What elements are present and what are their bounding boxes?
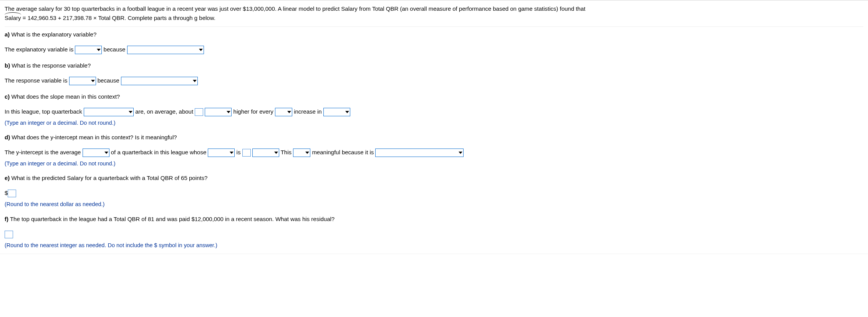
chevron-down-icon <box>305 152 309 154</box>
part-b-text: What is the response variable? <box>10 62 91 69</box>
part-d-instruction: (Type an integer or a decimal. Do not ro… <box>5 159 863 168</box>
part-d: d) What does the y-intercept mean in thi… <box>5 133 863 168</box>
part-a-label: a) <box>5 31 10 38</box>
problem-statement: The average salary for 30 top quarterbac… <box>5 4 863 27</box>
part-d-dropdown-3[interactable] <box>252 149 279 157</box>
part-d-dropdown-5[interactable] <box>375 149 464 157</box>
part-e: e) What is the predicted Salary for a qu… <box>5 173 863 209</box>
part-b-dropdown-1[interactable] <box>69 77 96 85</box>
part-a: a) What is the explanatory variable? The… <box>5 30 863 56</box>
part-b-label: b) <box>5 62 10 69</box>
part-f-instruction: (Round to the nearest integer as needed.… <box>5 241 863 250</box>
problem-text-1: The average salary for 30 top quarterbac… <box>5 5 585 12</box>
part-e-answer: $ <box>5 187 863 199</box>
salary-hat: Salary <box>5 13 21 23</box>
chevron-down-icon <box>345 111 349 113</box>
part-a-because: because <box>104 46 127 53</box>
part-c-mid1: are, on average, about <box>135 108 195 115</box>
part-c: c) What does the slope mean in this cont… <box>5 92 863 127</box>
part-c-input[interactable] <box>195 108 203 116</box>
chevron-down-icon <box>129 111 133 113</box>
part-c-dropdown-2[interactable] <box>205 108 232 116</box>
part-f: f) The top quarterback in the league had… <box>5 215 863 250</box>
part-d-question: d) What does the y-intercept mean in thi… <box>5 133 863 142</box>
part-a-prefix: The explanatory variable is <box>5 46 75 53</box>
chevron-down-icon <box>104 152 108 154</box>
part-d-dropdown-4[interactable] <box>293 149 310 157</box>
chevron-down-icon <box>199 49 203 51</box>
part-e-input[interactable] <box>8 190 16 197</box>
part-c-label: c) <box>5 93 10 100</box>
part-e-instruction: (Round to the nearest dollar as needed.) <box>5 200 863 209</box>
part-d-mid1: of a quarterback in this league whose <box>111 149 208 155</box>
chevron-down-icon <box>227 111 230 113</box>
part-a-dropdown-2[interactable] <box>127 46 204 54</box>
part-c-question: c) What does the slope mean in this cont… <box>5 92 863 101</box>
dollar-sign: $ <box>5 190 8 196</box>
part-d-prefix: The y-intercept is the average <box>5 149 83 155</box>
part-c-prefix: In this league, top quarterback <box>5 108 84 115</box>
part-d-dropdown-1[interactable] <box>83 149 109 157</box>
part-b-question: b) What is the response variable? <box>5 61 863 70</box>
part-a-dropdown-1[interactable] <box>75 46 102 54</box>
part-d-mid3: This <box>281 149 293 155</box>
part-c-text: What does the slope mean in this context… <box>10 93 120 100</box>
part-a-text: What is the explanatory variable? <box>10 31 96 38</box>
part-b-answer: The response variable is because <box>5 74 863 87</box>
part-c-dropdown-1[interactable] <box>84 108 134 116</box>
part-b-prefix: The response variable is <box>5 77 69 84</box>
part-b: b) What is the response variable? The re… <box>5 61 863 87</box>
part-f-question: f) The top quarterback in the league had… <box>5 215 863 224</box>
chevron-down-icon <box>230 152 234 154</box>
part-b-because: because <box>98 77 121 84</box>
part-d-mid4: meaningful because it is <box>312 149 375 155</box>
part-f-input[interactable] <box>5 231 13 238</box>
part-e-text: What is the predicted Salary for a quart… <box>10 175 207 181</box>
chevron-down-icon <box>459 152 462 154</box>
part-f-label: f) <box>5 216 8 222</box>
part-f-answer <box>5 228 863 240</box>
part-e-label: e) <box>5 175 10 181</box>
part-a-answer: The explanatory variable is because <box>5 43 863 56</box>
chevron-down-icon <box>274 152 278 154</box>
part-c-instruction: (Type an integer or a decimal. Do not ro… <box>5 119 863 127</box>
part-e-question: e) What is the predicted Salary for a qu… <box>5 173 863 183</box>
part-d-dropdown-2[interactable] <box>208 149 235 157</box>
part-f-text: The top quarterback in the league had a … <box>8 216 335 222</box>
part-d-label: d) <box>5 134 10 140</box>
part-c-dropdown-4[interactable] <box>323 108 350 116</box>
part-d-mid2: is <box>237 149 242 155</box>
chevron-down-icon <box>193 80 197 82</box>
part-d-text: What does the y-intercept mean in this c… <box>10 134 177 140</box>
chevron-down-icon <box>91 80 95 82</box>
part-d-input[interactable] <box>242 149 251 157</box>
part-a-question: a) What is the explanatory variable? <box>5 30 863 39</box>
part-b-dropdown-2[interactable] <box>121 77 198 85</box>
part-c-answer: In this league, top quarterback are, on … <box>5 105 863 118</box>
chevron-down-icon <box>97 49 101 51</box>
part-c-mid2: higher for every <box>234 108 275 115</box>
chevron-down-icon <box>287 111 291 113</box>
part-c-mid3: increase in <box>294 108 323 115</box>
problem-equation: = 142,960.53 + 217,398.78 × Total QBR. C… <box>21 15 215 21</box>
part-d-answer: The y-intercept is the average of a quar… <box>5 146 863 158</box>
part-c-dropdown-3[interactable] <box>275 108 292 116</box>
